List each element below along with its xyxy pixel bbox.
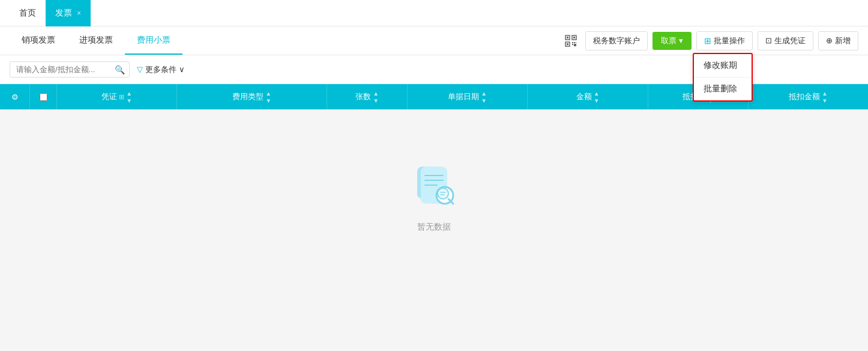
empty-state: 暂无数据 [0,109,868,278]
th-date-label: 单据日期 [448,91,479,102]
th-expense-type: 费用类型 ▲▼ [177,84,327,109]
nav-home[interactable]: 首页 [10,0,46,26]
dropdown-batch-delete[interactable]: 批量删除 [694,78,752,100]
th-date-sort[interactable]: ▲▼ [481,90,487,104]
svg-rect-10 [576,42,576,43]
more-conditions-label: 更多条件 [145,64,176,75]
th-expense-type-label: 费用类型 [232,91,264,102]
nav-tab-invoice[interactable]: 发票 × [46,0,91,26]
tab-expense-receipt[interactable]: 费用小票 [125,26,182,55]
nav-tab-close[interactable]: × [77,9,81,17]
qr-code-icon[interactable] [561,31,580,50]
sub-nav-right: 税务数字账户 取票 ▾ ⊞ 批量操作 修改账期 批量删除 ⊡ 生成凭证 ⊕ 新增 [561,31,858,50]
batch-op-icon: ⊞ [704,36,711,46]
get-ticket-label: 取票 [661,35,677,46]
get-ticket-chevron: ▾ [679,36,683,45]
settings-icon: ⚙ [11,93,19,102]
tab-purchase-invoice[interactable]: 进项发票 [67,26,125,55]
th-voucher-icon: ⊞ [119,93,124,101]
th-deduct-amount-label: 抵扣金额 [789,91,820,102]
th-count: 张数 ▲▼ [327,84,408,109]
th-date: 单据日期 ▲▼ [408,84,528,109]
th-count-label: 张数 [355,91,371,102]
svg-rect-9 [574,44,576,46]
search-icon: 🔍 [115,65,125,75]
svg-rect-8 [572,44,573,45]
top-nav: 首页 发票 × [0,0,868,26]
empty-state-text: 暂无数据 [417,222,451,233]
svg-rect-5 [567,43,568,45]
svg-point-13 [438,188,448,199]
nav-tab-label: 发票 [55,8,72,19]
select-all-checkbox[interactable] [40,93,47,101]
batch-op-button[interactable]: ⊞ 批量操作 [696,31,753,50]
svg-rect-1 [567,37,568,38]
svg-rect-7 [574,42,575,43]
th-amount-sort[interactable]: ▲▼ [594,90,600,104]
th-voucher: 凭证 ⊞ ▲▼ [57,84,177,109]
tax-account-button[interactable]: 税务数字账户 [585,31,648,50]
th-amount: 金额 ▲▼ [528,84,648,109]
th-count-sort[interactable]: ▲▼ [373,90,379,104]
th-voucher-label: 凭证 [101,91,117,102]
more-conditions-button[interactable]: ▽ 更多条件 ∨ [137,64,185,75]
batch-op-label: 批量操作 [714,35,745,46]
batch-op-wrap: ⊞ 批量操作 修改账期 批量删除 [696,31,753,50]
th-settings[interactable]: ⚙ [0,84,30,109]
th-deduct-amount: 抵扣金额 ▲▼ [749,84,868,109]
dropdown-modify-period[interactable]: 修改账期 [694,54,752,78]
gen-voucher-label: 生成凭证 [774,35,806,46]
svg-rect-3 [573,37,575,38]
add-button[interactable]: ⊕ 新增 [818,31,858,50]
svg-rect-6 [572,42,573,43]
tab-sales-invoice[interactable]: 销项发票 [10,26,67,55]
empty-state-icon [404,154,464,215]
gen-voucher-button[interactable]: ⊡ 生成凭证 [758,31,813,50]
search-input[interactable] [10,61,130,78]
th-voucher-sort[interactable]: ▲▼ [126,90,132,104]
add-icon: ⊕ [826,36,833,45]
search-wrap: 🔍 [10,61,130,78]
gen-voucher-icon: ⊡ [765,36,772,45]
th-checkbox[interactable] [30,84,57,109]
th-expense-type-sort[interactable]: ▲▼ [265,90,271,104]
get-ticket-button[interactable]: 取票 ▾ [653,32,692,50]
th-deduct-amount-sort[interactable]: ▲▼ [822,90,828,104]
more-conditions-chevron: ∨ [179,65,185,74]
batch-op-dropdown: 修改账期 批量删除 [693,53,753,102]
add-label: 新增 [835,35,851,46]
sub-nav-left: 销项发票 进项发票 费用小票 [10,26,182,55]
filter-icon: ▽ [137,65,143,74]
sub-nav: 销项发票 进项发票 费用小票 税务数字账户 [0,26,868,55]
th-amount-label: 金额 [576,91,592,102]
